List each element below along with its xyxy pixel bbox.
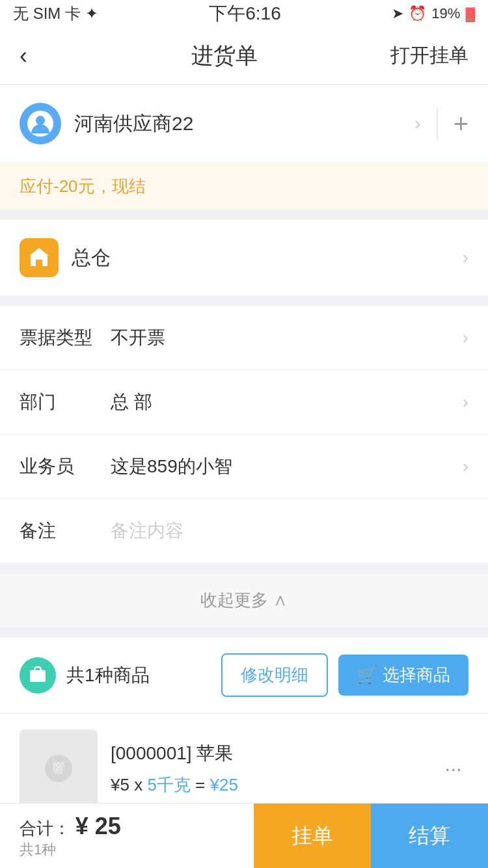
total-label: 合计： bbox=[20, 819, 70, 838]
add-supplier-button[interactable]: + bbox=[454, 109, 468, 139]
cart-icon: 🛒 bbox=[357, 665, 377, 685]
supplier-row[interactable]: 河南供应商22 › + bbox=[0, 85, 488, 163]
remark-label: 备注 bbox=[20, 519, 98, 543]
product-menu-button[interactable]: ··· bbox=[438, 757, 468, 781]
warehouse-row[interactable]: 总仓 › bbox=[0, 220, 488, 295]
total-row: 合计： ¥ 25 bbox=[20, 813, 234, 840]
invoice-type-label: 票据类型 bbox=[20, 325, 98, 350]
alarm-icon: ⏰ bbox=[409, 5, 426, 22]
supplier-avatar bbox=[20, 103, 61, 144]
subtotal: ¥25 bbox=[210, 775, 238, 794]
quantity: 5千克 bbox=[147, 775, 190, 794]
battery-text: 19% bbox=[431, 5, 460, 22]
svg-marker-2 bbox=[29, 248, 49, 256]
salesperson-chevron-icon: › bbox=[463, 456, 468, 477]
bottom-bar: 合计： ¥ 25 共1种 挂单 结算 bbox=[0, 803, 488, 868]
status-time: 下午6:16 bbox=[209, 1, 281, 26]
invoice-type-row[interactable]: 票据类型 不开票 › bbox=[0, 306, 488, 370]
svg-text:響: 響 bbox=[52, 761, 65, 775]
status-left: 无 SIM 卡 ✦ bbox=[13, 3, 98, 24]
back-button[interactable]: ‹ bbox=[20, 42, 59, 70]
dept-row[interactable]: 部门 总 部 › bbox=[0, 370, 488, 435]
supplier-section: 河南供应商22 › + 应付-20元，现结 bbox=[0, 85, 488, 210]
supplier-chevron-icon: › bbox=[414, 113, 420, 134]
total-area: 合计： ¥ 25 共1种 bbox=[0, 813, 254, 860]
salesperson-label: 业务员 bbox=[20, 454, 98, 479]
warehouse-name: 总仓 bbox=[72, 245, 456, 271]
product-title: 苹果 bbox=[197, 743, 233, 763]
product-price-row: ¥5 x 5千克 = ¥25 bbox=[111, 774, 438, 796]
supplier-name: 河南供应商22 bbox=[74, 111, 408, 137]
products-section: 共1种商品 修改明细 🛒 选择商品 響 [0000001] 苹果 ¥5 x 5千… bbox=[0, 638, 488, 823]
checkout-button[interactable]: 结算 bbox=[371, 804, 488, 868]
products-header: 共1种商品 修改明细 🛒 选择商品 bbox=[0, 638, 488, 713]
products-icon bbox=[20, 657, 56, 694]
nav-bar: ‹ 进货单 打开挂单 bbox=[0, 27, 488, 85]
payment-hint: 应付-20元，现结 bbox=[0, 163, 488, 210]
invoice-chevron-icon: › bbox=[463, 327, 468, 348]
unit-price: ¥5 bbox=[111, 775, 129, 794]
dept-label: 部门 bbox=[20, 390, 98, 414]
total-count: 共1种 bbox=[20, 840, 234, 860]
form-section: 票据类型 不开票 › 部门 总 部 › 业务员 这是859的小智 › 备注 备注… bbox=[0, 306, 488, 563]
battery-icon: ▓ bbox=[465, 7, 475, 21]
warehouse-chevron-icon: › bbox=[463, 247, 468, 268]
warehouse-icon bbox=[20, 238, 59, 277]
dept-chevron-icon: › bbox=[463, 392, 468, 413]
equals-sign: = bbox=[195, 775, 210, 794]
salesperson-value: 这是859的小智 bbox=[98, 454, 456, 479]
location-icon: ➤ bbox=[392, 5, 403, 22]
svg-rect-4 bbox=[30, 670, 46, 682]
page-title: 进货单 bbox=[191, 41, 258, 71]
svg-point-0 bbox=[36, 116, 45, 125]
invoice-type-value: 不开票 bbox=[98, 325, 456, 350]
remark-input[interactable]: 备注内容 bbox=[98, 519, 468, 543]
open-pending-button[interactable]: 打开挂单 bbox=[390, 42, 468, 69]
warehouse-section: 总仓 › bbox=[0, 220, 488, 295]
svg-rect-3 bbox=[36, 260, 42, 266]
select-product-button[interactable]: 🛒 选择商品 bbox=[338, 655, 468, 696]
remark-row[interactable]: 备注 备注内容 bbox=[0, 499, 488, 563]
hold-button[interactable]: 挂单 bbox=[254, 804, 371, 868]
multiply-sign: x bbox=[134, 775, 147, 794]
divider bbox=[437, 107, 438, 140]
salesperson-row[interactable]: 业务员 这是859的小智 › bbox=[0, 435, 488, 499]
status-bar: 无 SIM 卡 ✦ 下午6:16 ➤ ⏰ 19% ▓ bbox=[0, 0, 488, 27]
product-info: [0000001] 苹果 ¥5 x 5千克 = ¥25 bbox=[111, 741, 438, 796]
dept-value: 总 部 bbox=[98, 390, 456, 414]
product-name: [0000001] 苹果 bbox=[111, 741, 438, 766]
collapse-row[interactable]: 收起更多 ∧ bbox=[0, 573, 488, 627]
status-right: ➤ ⏰ 19% ▓ bbox=[392, 5, 475, 22]
total-amount: ¥ 25 bbox=[75, 813, 121, 839]
product-code: [0000001] bbox=[111, 743, 192, 763]
sim-text: 无 SIM 卡 ✦ bbox=[13, 3, 98, 24]
products-count: 共1种商品 bbox=[66, 663, 221, 688]
product-thumbnail: 響 bbox=[20, 729, 98, 807]
edit-detail-button[interactable]: 修改明细 bbox=[221, 653, 328, 697]
